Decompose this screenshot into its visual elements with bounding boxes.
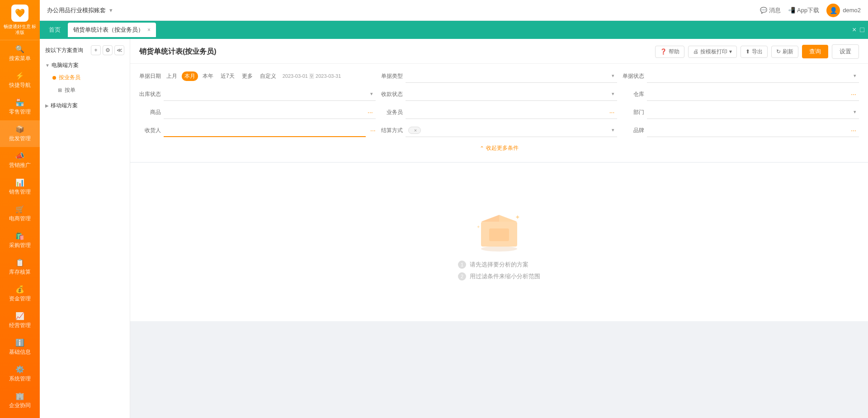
brand-dropdown[interactable]: ···	[647, 124, 859, 137]
export-icon: ⬆	[745, 48, 750, 55]
scheme-group-mobile[interactable]: ▶ 移动端方案	[40, 100, 130, 111]
tab-salesperson-stats[interactable]: 销货单统计表（按业务员） ×	[68, 23, 156, 37]
step-2-number: 2	[458, 272, 466, 280]
scheme-item-by-order[interactable]: ⊞ 按单	[40, 84, 130, 96]
basicinfo-icon: ℹ️	[15, 338, 24, 347]
left-panel: 按以下方案查询 + ⚙ ≪ ▼ 电脑端方案 按业务员 ⊞ 按单	[40, 39, 130, 418]
filter-row-4: 收货人 ··· 结算方式 × ▾	[139, 124, 859, 137]
top-header: 办公用品行业模拟账套 ▾ 💬 消息 📲 App下载 👤 demo2	[40, 0, 868, 21]
tab-close-button[interactable]: ×	[147, 27, 151, 33]
page-title-row: 销货单统计表(按业务员) ❓ 帮助 🖨 按模板打印 ▾ ⬆	[139, 44, 859, 59]
svg-text:✦: ✦	[515, 214, 520, 221]
brand-dots-icon[interactable]: ···	[851, 127, 856, 134]
sales-icon: 📊	[15, 178, 24, 187]
print-button[interactable]: 🖨 按模板打印 ▾	[688, 46, 737, 58]
sidebar-item-operations[interactable]: 📈 经营管理	[0, 307, 40, 334]
docstatus-dropdown[interactable]: ▾	[647, 69, 859, 83]
query-button[interactable]: 查询	[802, 45, 828, 58]
export-button[interactable]: ⬆ 导出	[741, 46, 768, 58]
retail-icon: 🏪	[15, 98, 24, 107]
grid-icon: ⊞	[58, 87, 62, 93]
sidebar-item-finance[interactable]: 💰 资金管理	[0, 280, 40, 307]
app-logo[interactable]: 🧡 畅捷通好生意 标准版	[0, 0, 40, 40]
page-header: 销货单统计表(按业务员) ❓ 帮助 🖨 按模板打印 ▾ ⬆	[130, 39, 868, 64]
filter-salesperson: 业务员 ···	[381, 105, 618, 119]
empty-state-container: ✦ ✦ 1 请先选择要分析的方案 2 用过滤条件来缩小分析范围	[130, 163, 868, 321]
receiptstatus-label: 收款状态	[381, 90, 403, 98]
date-tab-7days[interactable]: 近7天	[218, 71, 237, 81]
consignee-input[interactable]	[164, 124, 366, 137]
tab-home[interactable]: 首页	[43, 23, 66, 37]
messages-button[interactable]: 💬 消息	[760, 6, 781, 14]
sidebar-item-purchase[interactable]: 🛍️ 采购管理	[0, 227, 40, 254]
empty-text: 1 请先选择要分析的方案 2 用过滤条件来缩小分析范围	[458, 261, 540, 280]
help-icon: ❓	[660, 48, 667, 55]
warehouse-dots-icon[interactable]: ···	[851, 90, 856, 98]
purchase-icon: 🛍️	[15, 232, 24, 240]
filter-department: 部门 ▾	[623, 105, 859, 119]
salesperson-dots-icon[interactable]: ···	[609, 109, 615, 116]
date-tab-last-month[interactable]: 上月	[164, 71, 180, 81]
goods-dots-icon[interactable]: ···	[368, 109, 373, 116]
outstatus-dropdown[interactable]: ▾	[164, 87, 376, 101]
warehouse-dropdown[interactable]: ···	[647, 87, 859, 101]
scheme-group-desktop[interactable]: ▼ 电脑端方案	[40, 60, 130, 71]
svg-rect-2	[489, 228, 509, 241]
window-maximize-button[interactable]: □	[860, 26, 864, 34]
sidebar-item-enterprise[interactable]: 🏢 企业协同	[0, 387, 40, 414]
help-button[interactable]: ❓ 帮助	[655, 46, 684, 58]
sidebar-item-marketing[interactable]: 📣 营销推广	[0, 147, 40, 174]
salesperson-dropdown[interactable]: ···	[406, 105, 618, 119]
consignee-dots-icon[interactable]: ···	[370, 127, 376, 134]
expand-arrow-icon: ▼	[45, 63, 50, 68]
receiptstatus-dropdown[interactable]: ▾	[406, 87, 618, 101]
date-tabs: 上月 本月 本年 近7天 更多 自定义	[164, 71, 279, 81]
refresh-button[interactable]: ↻ 刷新	[771, 46, 798, 58]
sidebar-item-inventory[interactable]: 📋 库存核算	[0, 254, 40, 280]
settlement-tag: ×	[408, 127, 421, 134]
empty-step-2: 2 用过滤条件来缩小分析范围	[458, 272, 540, 280]
date-label: 单据日期	[139, 72, 161, 80]
tab-controls: × □	[852, 26, 864, 34]
user-profile-button[interactable]: 👤 demo2	[826, 4, 861, 17]
empty-step-1: 1 请先选择要分析的方案	[458, 261, 540, 269]
settings-scheme-button[interactable]: ⚙	[103, 45, 113, 55]
date-tab-custom[interactable]: 自定义	[257, 71, 279, 81]
department-dropdown[interactable]: ▾	[647, 105, 859, 119]
window-close-button[interactable]: ×	[852, 26, 856, 34]
sidebar-item-newguide[interactable]: 🎯 新手引导	[0, 414, 40, 418]
doctype-chevron-icon: ▾	[612, 73, 614, 79]
settlement-clear-button[interactable]: ×	[414, 128, 417, 133]
sidebar-item-sales[interactable]: 📊 销售管理	[0, 174, 40, 200]
filter-consignee: 收货人 ···	[139, 124, 376, 137]
settings-button[interactable]: 设置	[832, 44, 859, 59]
date-tab-current-month[interactable]: 本月	[182, 71, 198, 81]
sidebar-item-basicinfo[interactable]: ℹ️ 基础信息	[0, 334, 40, 361]
sidebar-quicknav[interactable]: ⚡ 快捷导航	[0, 67, 40, 94]
dropdown-arrow-icon[interactable]: ▾	[109, 7, 113, 14]
messages-icon: 💬	[760, 7, 767, 14]
app-download-button[interactable]: 📲 App下载	[788, 6, 819, 14]
doctype-label: 单据类型	[381, 72, 403, 80]
main-area: 办公用品行业模拟账套 ▾ 💬 消息 📲 App下载 👤 demo2 首页	[40, 0, 868, 418]
enterprise-icon: 🏢	[15, 392, 24, 400]
sidebar-item-ecommerce[interactable]: 🛒 电商管理	[0, 200, 40, 227]
scheme-item-by-salesperson[interactable]: 按业务员	[40, 71, 130, 84]
sidebar-item-sysmgmt[interactable]: ⚙️ 系统管理	[0, 361, 40, 387]
sidebar-search[interactable]: 🔍 搜索菜单	[0, 40, 40, 67]
collapse-filters-button[interactable]: ⌃ 收起更多条件	[139, 142, 859, 157]
date-tab-current-year[interactable]: 本年	[200, 71, 216, 81]
filter-doctype: 单据类型 ▾	[381, 69, 618, 83]
collapse-panel-button[interactable]: ≪	[114, 45, 124, 55]
date-tab-more[interactable]: 更多	[239, 71, 255, 81]
goods-dropdown[interactable]: ···	[164, 105, 376, 119]
filter-date: 单据日期 上月 本月 本年 近7天 更多 自定义 2023-03-01 至 20…	[139, 71, 376, 81]
sidebar-item-retail[interactable]: 🏪 零售管理	[0, 94, 40, 120]
settlement-dropdown[interactable]: × ▾	[406, 124, 618, 137]
docstatus-label: 单据状态	[623, 72, 644, 80]
brand-label: 品牌	[623, 127, 644, 134]
sidebar-item-wholesale[interactable]: 📦 批发管理	[0, 120, 40, 147]
doctype-dropdown[interactable]: ▾	[406, 69, 618, 83]
add-scheme-button[interactable]: +	[91, 45, 101, 55]
filter-row-2: 出库状态 ▾ 收款状态 ▾ 仓库	[139, 87, 859, 101]
